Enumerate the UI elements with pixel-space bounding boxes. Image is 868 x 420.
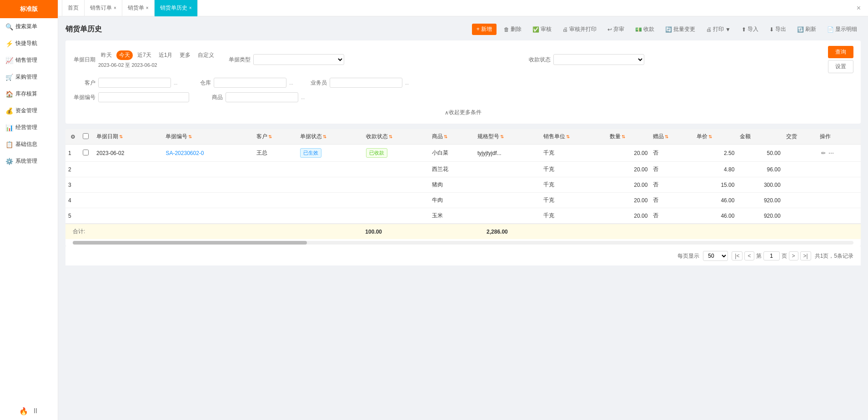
sidebar-item-purchase-mgmt[interactable]: 🛒 采购管理 — [0, 69, 58, 85]
search-button[interactable]: 查询 — [828, 46, 853, 58]
th-doc-date-label: 单据日期 — [96, 133, 118, 140]
td-checkbox[interactable] — [80, 208, 94, 224]
sidebar-item-ops-mgmt[interactable]: 📊 经营管理 — [0, 119, 58, 136]
first-page-btn[interactable]: |< — [732, 251, 743, 260]
th-doc-date[interactable]: 单据日期⇅ — [94, 129, 163, 145]
sidebar-item-search-menu[interactable]: 🔍 搜索菜单 — [0, 18, 58, 35]
date-btn-7days[interactable]: 近7天 — [135, 50, 154, 60]
doc-no-link[interactable]: SA-20230602-0 — [166, 150, 204, 156]
th-collect-status[interactable]: 收款状态⇅ — [363, 129, 429, 145]
tab-sales-history-close[interactable]: × — [189, 5, 192, 10]
collect-status-select[interactable] — [553, 54, 644, 65]
th-goods[interactable]: 商品⇅ — [429, 129, 475, 145]
new-button[interactable]: + 新增 — [472, 24, 497, 35]
td-unit: 千克 — [541, 193, 607, 208]
basic-info-icon: 📋 — [5, 141, 13, 148]
prev-page-btn[interactable]: < — [744, 251, 754, 260]
export-button[interactable]: ⬇ 导出 — [766, 24, 790, 35]
date-btn-more[interactable]: 更多 — [177, 50, 193, 60]
batch-change-button[interactable]: 🔄 批量变更 — [662, 24, 699, 35]
select-all-checkbox[interactable] — [83, 133, 89, 139]
next-page-btn[interactable]: > — [789, 251, 798, 260]
refresh-button[interactable]: 🔃 刷新 — [793, 24, 820, 35]
td-doc-no — [163, 162, 254, 177]
doc-type-select[interactable] — [253, 54, 344, 65]
page-size-select[interactable]: 50 100 — [703, 251, 728, 261]
search-menu-icon: 🔍 — [5, 23, 13, 30]
salesperson-dots[interactable]: ... — [405, 80, 409, 85]
fire-icon[interactable]: 🔥 — [19, 407, 28, 415]
gear-icon[interactable]: ⚙ — [70, 134, 75, 140]
import-button[interactable]: ⬆ 导入 — [738, 24, 762, 35]
th-doc-no[interactable]: 单据编号⇅ — [163, 129, 254, 145]
warehouse-dots[interactable]: ... — [289, 80, 293, 85]
delete-button[interactable]: 🗑 删除 — [500, 24, 525, 35]
row-checkbox[interactable] — [83, 150, 89, 155]
tab-sales-delivery[interactable]: 销货单 × — [122, 0, 155, 16]
tab-sales-order-close[interactable]: × — [114, 5, 116, 10]
audit-print-button[interactable]: 🖨 审核并打印 — [559, 24, 600, 35]
tab-home[interactable]: 首页 — [62, 0, 85, 16]
tab-sales-history-label: 销货单历史 — [160, 4, 187, 12]
tab-sales-delivery-close[interactable]: × — [146, 5, 149, 10]
td-row-num: 5 — [65, 208, 80, 224]
collect-button[interactable]: 💵 收款 — [632, 24, 658, 35]
tab-sales-history[interactable]: 销货单历史 × — [155, 0, 198, 16]
edit-action-btn[interactable]: ✏ — [820, 150, 827, 156]
th-qty[interactable]: 数量⇅ — [607, 129, 651, 145]
td-action — [817, 208, 861, 224]
th-customer[interactable]: 客户⇅ — [254, 129, 297, 145]
audit-icon: ✅ — [532, 26, 539, 33]
abandon-button[interactable]: ↩ 弃审 — [604, 24, 628, 35]
th-gear[interactable]: ⚙ — [65, 129, 80, 145]
sidebar-item-quick-nav[interactable]: ⚡ 快捷导航 — [0, 35, 58, 52]
sidebar-item-basic-info[interactable]: 📋 基础信息 — [0, 136, 58, 153]
salesperson-input[interactable] — [330, 78, 402, 88]
th-checkbox[interactable] — [80, 129, 94, 145]
tab-sales-order[interactable]: 销售订单 × — [85, 0, 122, 16]
filter-more-toggle[interactable]: ∧ 收起更多条件 — [73, 107, 853, 118]
toolbar: + 新增 🗑 删除 ✅ 审核 🖨 审核并打印 ↩ 弃审 — [472, 24, 861, 35]
th-spec[interactable]: 规格型号⇅ — [475, 129, 541, 145]
doc-no-input[interactable] — [98, 92, 189, 102]
print-button[interactable]: 🖨 打印 ▼ — [702, 24, 734, 35]
th-unit[interactable]: 销售单位⇅ — [541, 129, 607, 145]
th-doc-status[interactable]: 单据状态⇅ — [297, 129, 363, 145]
sidebar-item-sales-mgmt[interactable]: 📈 销售管理 — [0, 52, 58, 69]
td-doc-status: 已生效 — [297, 145, 363, 162]
tabs-close-btn[interactable]: × — [853, 4, 864, 12]
date-btn-1month[interactable]: 近1月 — [156, 50, 176, 60]
date-btn-custom[interactable]: 自定义 — [195, 50, 217, 60]
date-btn-yesterday[interactable]: 昨天 — [98, 50, 115, 60]
show-detail-button[interactable]: 📄 显示明细 — [823, 24, 861, 35]
td-price: 15.00 — [694, 177, 738, 193]
setting-button[interactable]: 设置 — [828, 60, 853, 73]
scrollbar-thumb[interactable] — [73, 241, 307, 245]
goods-dots[interactable]: ... — [301, 95, 305, 100]
td-checkbox[interactable] — [80, 145, 94, 162]
warehouse-input[interactable] — [214, 78, 286, 88]
customer-input[interactable] — [98, 78, 171, 88]
sidebar-item-inventory[interactable]: 🏠 库存核算 — [0, 85, 58, 102]
date-btn-today[interactable]: 今天 — [116, 50, 133, 60]
td-price: 4.80 — [694, 162, 738, 177]
last-page-btn[interactable]: >| — [800, 251, 811, 260]
td-goods: 猪肉 — [429, 177, 475, 193]
td-checkbox[interactable] — [80, 162, 94, 177]
more-action-btn[interactable]: ⋯ — [827, 150, 835, 156]
sidebar-item-finance-mgmt[interactable]: 💰 资金管理 — [0, 102, 58, 119]
audit-button[interactable]: ✅ 审核 — [529, 24, 555, 35]
td-checkbox[interactable] — [80, 177, 94, 193]
td-checkbox[interactable] — [80, 193, 94, 208]
td-row-num: 2 — [65, 162, 80, 177]
sidebar-item-sys-mgmt[interactable]: ⚙️ 系统管理 — [0, 153, 58, 170]
th-gift[interactable]: 赠品⇅ — [650, 129, 694, 145]
th-gift-label: 赠品 — [653, 133, 664, 140]
th-goods-label: 商品 — [432, 133, 443, 140]
goods-input[interactable] — [226, 92, 298, 102]
th-price[interactable]: 单价⇅ — [694, 129, 738, 145]
customer-dots[interactable]: ... — [174, 80, 177, 85]
horizontal-scrollbar[interactable] — [73, 241, 853, 245]
page-input[interactable] — [763, 251, 780, 260]
pause-icon[interactable]: ⏸ — [32, 407, 39, 415]
